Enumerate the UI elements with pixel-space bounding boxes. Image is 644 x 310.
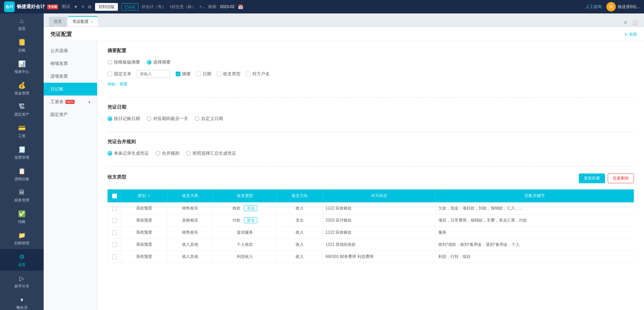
window-close-icon[interactable]: ✕ (622, 18, 629, 27)
brand-logo: 会计 (4, 1, 15, 12)
left-nav-journal-label: 日记账 (50, 86, 63, 92)
help-link[interactable]: 人工咨询 (586, 4, 602, 10)
sidebar-item-reports[interactable]: 📊 报表中心 (0, 56, 44, 78)
left-nav-purchase-invoice[interactable]: 进项发票 (44, 70, 97, 83)
radio-last-day-circle (147, 116, 152, 121)
th-subject: 对方科目 (323, 190, 436, 202)
left-nav-fixed-assets-label: 固定资产 (50, 112, 68, 118)
top-tag-0[interactable]: 置顶 (244, 205, 257, 211)
checkbox-box-summary (176, 72, 180, 76)
sidebar-item-tax[interactable]: 🏛 税务管理 (0, 185, 44, 206)
window-maximize-icon[interactable]: ⬜ (630, 18, 639, 27)
row-keywords: 项目，日常费用，报销款，车费，承兑汇票，付款 (436, 215, 634, 227)
date-radio-custom[interactable]: 自定义日期 (195, 116, 223, 122)
sidebar-label-purchase: 进销台账 (14, 177, 29, 182)
switch-old-btn[interactable]: 切到旧版 (95, 3, 118, 11)
merge-section: 凭证合并规则 单条记录生成凭证 合并规则 (108, 139, 634, 156)
sidebar-item-salary[interactable]: 💳 工资 (0, 120, 44, 142)
merge-radio-group: 单条记录生成凭证 合并规则 按照选择汇总生成凭证 (108, 150, 634, 156)
page-title: 凭证配置 (50, 31, 72, 38)
sidebar-item-fixed-assets[interactable]: 🏗 固定资产 (0, 99, 44, 120)
sidebar-item-funds[interactable]: 💰 资金管理 (0, 78, 44, 99)
divider-3 (108, 166, 634, 167)
sidebar-item-ledger[interactable]: 📒 总账 (0, 35, 44, 56)
tab-voucher-config[interactable]: 凭证配置 × (68, 16, 98, 27)
row-category: 系统预置 (121, 251, 167, 263)
status-tag: 已认证 (121, 3, 138, 10)
date-section: 凭证日期 按日记账日期 对应期间最后一天 (108, 104, 634, 122)
avatar: 用 (606, 2, 616, 11)
merge-radio-summary-label: 按照选择汇总生成凭证 (192, 150, 236, 156)
delete-btn[interactable]: 批量删除 (608, 173, 634, 183)
sidebar-item-invoice[interactable]: 🧾 发票管理 (0, 142, 44, 163)
income-section-title: 收支类型 (108, 174, 126, 180)
row-checkbox[interactable] (108, 215, 121, 227)
row-category: 系统预置 (121, 202, 167, 215)
row-subject: 1221 其他应收款 (323, 239, 436, 251)
summary-radio-select-label: 选择摘要 (153, 59, 171, 65)
summary-radio-select[interactable]: 选择摘要 (147, 59, 171, 65)
left-nav-purchase-label: 进项发票 (50, 73, 68, 79)
sidebar-item-home[interactable]: ⌂ 首页 (0, 13, 44, 35)
dropdown-icon[interactable]: ▼ (74, 4, 78, 9)
row-checkbox[interactable] (108, 227, 121, 239)
merge-radio-single[interactable]: 单条记录生成凭证 (108, 150, 149, 156)
income-section: 收支类型 更新积累 批量删除 (108, 173, 634, 263)
home-icon: ⌂ (20, 17, 24, 25)
top-tag-1[interactable]: 置顶 (244, 217, 257, 223)
checkbox-summary[interactable]: 摘要 (176, 71, 191, 77)
merge-radio-summary[interactable]: 按照选择汇总生成凭证 (186, 150, 236, 156)
checkbox-counterpart-name[interactable]: 对方户名 (246, 71, 270, 77)
sidebar-item-purchase[interactable]: 📋 进销台账 (0, 163, 44, 185)
calendar-icon[interactable]: 📅 (238, 4, 243, 9)
th-keywords: 匹配关键字 (436, 190, 634, 202)
date-radio-journal[interactable]: 按日记账日期 (108, 116, 140, 122)
sidebar-item-archive[interactable]: 📁 归档管理 (0, 228, 44, 249)
tab-close-icon[interactable]: × (91, 20, 93, 24)
date-radio-last-day[interactable]: 对应期间最后一天 (147, 116, 188, 122)
summary-radio-template[interactable]: 按模板版摘要 (108, 59, 140, 65)
left-nav-journal[interactable]: 日记账 (44, 83, 97, 95)
row-main-type: 销售相关 (167, 202, 213, 215)
checkbox-fixed-text[interactable]: 固定文本 (108, 71, 131, 77)
sidebar-label-reports: 报表中心 (14, 69, 29, 74)
divider-1 (108, 97, 634, 98)
refresh-button[interactable]: ↻ 刷新 (625, 32, 637, 37)
radio-single-circle (108, 151, 112, 156)
row-keywords: 服务 (436, 227, 634, 239)
sidebar-label-ledger: 总账 (18, 48, 26, 53)
guide-icon: ▷ (19, 275, 24, 282)
merge-radio-rule[interactable]: 合并规则 (156, 150, 179, 156)
tab-voucher-config-label: 凭证配置 (73, 19, 89, 25)
left-nav-payroll[interactable]: 工资表 NEW ▾ (44, 95, 97, 108)
row-direction: 收入 (277, 239, 323, 251)
row-main-type: 收入其他 (167, 251, 213, 263)
left-nav-sales-invoice[interactable]: 销项发票 (44, 57, 97, 70)
th-main-type: 收支大类 (167, 190, 213, 202)
fixed-text-input[interactable] (137, 70, 170, 78)
header-checkbox[interactable] (112, 194, 117, 198)
sidebar-item-closing[interactable]: ✅ 结账 (0, 206, 44, 228)
date-radio-journal-label: 按日记账日期 (114, 116, 140, 122)
income-table: 类别 ∨ 收支大类 收支类型 收支方向 对方科目 匹配关键字 (108, 189, 634, 263)
top-bar: 会计 畅捷通好会计 专业版 测试 ▼ + ⚙ 切到旧版 已认证 好会计（专） +… (0, 0, 644, 13)
checkbox-box-payment-type (217, 72, 221, 76)
checkbox-payment-type[interactable]: 收支类型 (217, 71, 241, 77)
add-icon[interactable]: + (81, 4, 84, 10)
row-checkbox[interactable] (108, 202, 121, 215)
sidebar-item-member[interactable]: ♦ 畅会员 (0, 292, 44, 310)
row-checkbox[interactable] (108, 239, 121, 251)
checkbox-date[interactable]: 日期 (196, 71, 211, 77)
row-checkbox[interactable] (108, 251, 121, 263)
member-icon: ♦ (20, 296, 23, 303)
update-btn[interactable]: 更新积累 (579, 173, 605, 183)
left-nav-fixed-assets[interactable]: 固定资产 (44, 108, 97, 121)
left-nav-public[interactable]: 公共选项 (44, 44, 97, 57)
tab-home[interactable]: 首页 (49, 17, 67, 27)
row-keywords: 利息，行转，续自 (436, 251, 634, 263)
row-subject: 1122 应收账款 (323, 202, 436, 215)
sidebar-item-guide[interactable]: ▷ 新手引导 (0, 271, 44, 292)
gear-icon[interactable]: ⚙ (88, 4, 92, 9)
tag-haokuaiji: 好会计（专） (142, 4, 166, 10)
sidebar-item-settings[interactable]: ⚙ 设置 (0, 249, 44, 271)
